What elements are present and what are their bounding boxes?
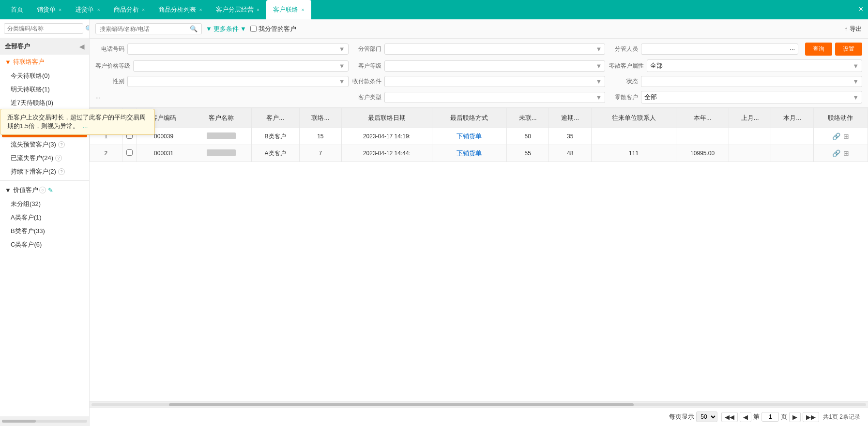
query-button[interactable]: 查询	[805, 43, 832, 56]
already-lost-info-icon[interactable]: ?	[55, 155, 62, 162]
branch-person-select[interactable]: ···	[641, 44, 798, 55]
row1-not-contacted: 50	[507, 128, 549, 145]
page-navigation: ◀◀ ◀ 第 页 ▶ ▶▶	[721, 412, 819, 422]
col-not-contacted: 未联...	[507, 108, 549, 128]
status-select[interactable]: ▼	[641, 76, 862, 87]
close-customer-contact-tab[interactable]: ×	[301, 7, 304, 13]
value-customers-arrow: ▼	[5, 187, 11, 194]
col-last-contact-method: 最后联络方式	[432, 108, 506, 128]
row2-link-icon[interactable]: 🔗	[832, 149, 840, 157]
col-overdue: 逾期...	[549, 108, 591, 128]
row2-grid-icon[interactable]: ⊞	[843, 149, 849, 157]
close-sales-tab[interactable]: ×	[59, 7, 61, 13]
more-filter-row: ···	[95, 91, 349, 103]
row1-grid-icon[interactable]: ⊞	[843, 132, 849, 140]
main-search-input[interactable]	[100, 26, 190, 32]
nav-product-analysis-list[interactable]: 商品分析列表 ×	[152, 0, 209, 19]
sidebar-item-c-class[interactable]: C类客户(6)	[0, 238, 89, 251]
customer-level-filter: 客户等级 ▼	[352, 59, 606, 72]
row1-last-method[interactable]: 下销货单	[432, 128, 506, 145]
scroll-thumb[interactable]	[169, 403, 634, 406]
sidebar-item-tomorrow[interactable]: 明天待联络(1)	[0, 83, 89, 96]
continuous-down-info-icon[interactable]: ?	[58, 168, 65, 175]
sidebar-item-ungrouped[interactable]: 未分组(32)	[0, 197, 89, 211]
customer-level-select[interactable]: ▼	[384, 60, 606, 72]
nav-customer-tier[interactable]: 客户分层经营 ×	[209, 0, 266, 19]
nav-home[interactable]: 首页	[4, 0, 30, 19]
col-this-month: 本月...	[771, 108, 813, 128]
window-close-button[interactable]: ×	[859, 5, 863, 14]
row2-checkbox[interactable]	[122, 145, 137, 162]
col-this-year: 本年...	[676, 108, 729, 128]
pagination: 每页显示 50 ◀◀ ◀ 第 页 ▶ ▶▶ 共1页 2条记录	[90, 407, 868, 426]
row2-last-method[interactable]: 下销货单	[432, 145, 506, 162]
nav-purchase[interactable]: 进货单 ×	[68, 0, 107, 19]
col-last-contact-date: 最后联络日期	[342, 108, 432, 128]
payment-select[interactable]: ▼	[384, 76, 606, 87]
scroll-track[interactable]	[91, 403, 866, 406]
value-customers-label: 价值客户	[13, 186, 38, 194]
close-product-analysis-tab[interactable]: ×	[142, 7, 145, 13]
close-product-analysis-list-tab[interactable]: ×	[199, 7, 202, 13]
sidebar-scrollbar[interactable]	[0, 416, 89, 426]
row1-contacts	[591, 128, 676, 145]
row1-name-blurred	[207, 132, 236, 139]
phone-select[interactable]: ▼	[127, 44, 349, 55]
col-last-month: 上月...	[729, 108, 771, 128]
value-info-icon: ○	[39, 187, 46, 193]
sidebar-item-7days[interactable]: 近7天待联络(0)	[0, 96, 89, 110]
nav-sales[interactable]: 销货单 ×	[30, 0, 68, 19]
settings-button[interactable]: 设置	[835, 43, 862, 56]
main-search-icon[interactable]: 🔍	[190, 25, 198, 32]
sidebar-search-icon[interactable]: 🔍	[85, 25, 90, 32]
row2-contacts: 111	[591, 145, 676, 162]
close-purchase-tab[interactable]: ×	[97, 7, 100, 13]
value-edit-icon[interactable]: ✎	[48, 187, 53, 194]
table-scrollbar[interactable]	[90, 401, 868, 407]
sidebar-item-a-class[interactable]: A类客户(1)	[0, 211, 89, 224]
prev-page-button[interactable]: ◀	[740, 412, 751, 422]
row1-link-icon[interactable]: 🔗	[832, 132, 840, 140]
sidebar-value-customers-group[interactable]: ▼ 价值客户 ○ ✎	[0, 183, 89, 197]
next-page-button[interactable]: ▶	[789, 412, 801, 422]
sidebar-collapse-button[interactable]: ◀	[79, 43, 84, 50]
sidebar-item-b-class[interactable]: B类客户(33)	[0, 224, 89, 238]
per-page-select[interactable]: 50	[696, 411, 717, 422]
page-number-input[interactable]	[761, 412, 779, 422]
payment-filter: 收付款条件 ▼	[352, 76, 606, 87]
sidebar-item-lost-preview[interactable]: 流失预警客户(3) ?	[0, 138, 89, 151]
col-customer-type: 客户...	[251, 108, 299, 128]
branch-dept-select[interactable]: ▼	[384, 44, 606, 55]
row2-check[interactable]	[126, 149, 133, 156]
sidebar-all-customers-header: 全部客户 ◀	[0, 38, 89, 55]
close-customer-tier-tab[interactable]: ×	[257, 7, 259, 13]
export-button[interactable]: ↑ 导出	[845, 25, 863, 33]
last-page-button[interactable]: ▶▶	[803, 412, 819, 422]
status-filter: 状态 ▼	[609, 76, 862, 87]
col-name: 客户名称	[191, 108, 251, 128]
price-level-select[interactable]: ▼	[133, 60, 349, 72]
retail-customer-select[interactable]: 全部 ▼	[641, 91, 862, 103]
lost-preview-info-icon[interactable]: ?	[58, 141, 65, 148]
sidebar-search-input[interactable]	[4, 23, 83, 34]
col-actions: 联络动作	[813, 108, 868, 128]
row1-contact-count: 15	[299, 128, 341, 145]
gender-select[interactable]: ▼	[127, 76, 349, 87]
customers-table: ⚙ 客户编码 客户名称 客户...	[90, 108, 868, 162]
sidebar-item-today[interactable]: 今天待联络(0)	[0, 69, 89, 83]
my-customers-checkbox[interactable]: 我分管的客户	[250, 25, 296, 33]
first-page-button[interactable]: ◀◀	[721, 412, 738, 422]
retail-attr-select[interactable]: 全部 ▼	[647, 59, 862, 72]
my-customers-check[interactable]	[250, 26, 257, 32]
customer-type-select[interactable]: ▼	[384, 92, 606, 103]
nav-product-analysis[interactable]: 商品分析 ×	[107, 0, 152, 19]
tooltip-more[interactable]: ...	[82, 122, 88, 130]
more-conditions-button[interactable]: ▼ 更多条件 ▼	[206, 25, 246, 33]
nav-customer-contact[interactable]: 客户联络 ×	[266, 0, 311, 19]
sidebar-item-already-lost[interactable]: 已流失客户(24) ?	[0, 151, 89, 165]
sidebar: 🔍 全部客户 ◀ ▼ 待联络客户 今天待联络(0) 明天待联络(1) 近7天待联…	[0, 19, 90, 426]
sidebar-item-continuous-down[interactable]: 持续下滑客户(2) ?	[0, 165, 89, 178]
row2-this-year: 10995.00	[676, 145, 729, 162]
sidebar-pending-contact-group[interactable]: ▼ 待联络客户	[0, 55, 89, 69]
row1-this-month	[771, 128, 813, 145]
